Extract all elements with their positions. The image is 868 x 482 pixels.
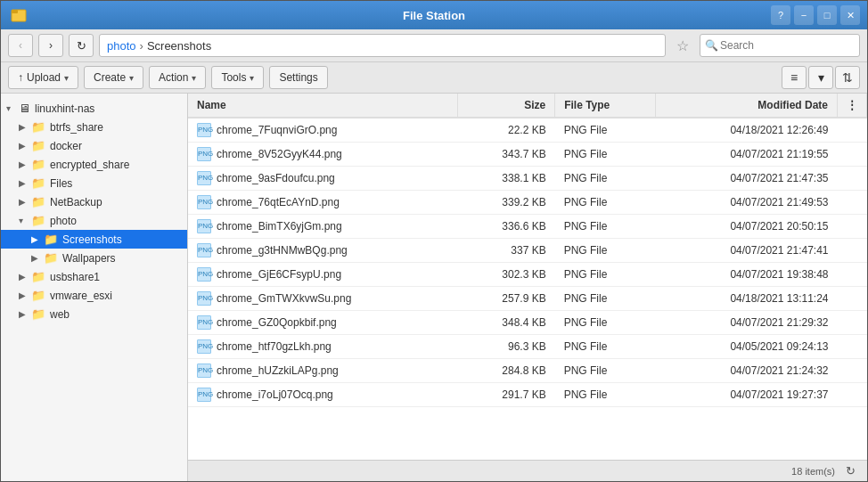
cell-name: PNG chrome_GmTWXkvwSu.png (188, 287, 458, 311)
sidebar-item-vmware_esxi[interactable]: ▶ 📁 vmware_esxi (1, 286, 187, 305)
file-icon: PNG (197, 243, 211, 257)
file-station-window: File Station ? − □ ✕ ‹ › ↻ photo › Scree… (0, 0, 868, 482)
files-label: Files (50, 177, 72, 190)
sidebar-item-web[interactable]: ▶ 📁 web (1, 305, 187, 323)
view-controls: ≡ ▾ ⇅ (782, 66, 860, 89)
sidebar-item-usbshare1[interactable]: ▶ 📁 usbshare1 (1, 267, 187, 286)
cell-extra (838, 191, 867, 215)
svg-rect-1 (12, 10, 18, 13)
cell-type: PNG File (555, 287, 656, 311)
cell-name: PNG chrome_76qtEcAYnD.png (188, 191, 458, 215)
view-options-button[interactable]: ▾ (808, 66, 833, 89)
create-dropdown-icon: ▾ (129, 73, 134, 83)
item-count: 18 item(s) (791, 466, 835, 477)
cell-size: 343.7 KB (458, 143, 555, 167)
sort-button[interactable]: ⇅ (835, 66, 860, 89)
table-row[interactable]: PNG chrome_GZ0Qopkbif.png 348.4 KB PNG F… (188, 311, 867, 335)
create-label: Create (94, 71, 126, 84)
table-header-row: Name Size File Type Modified Date ⋮ (188, 94, 867, 118)
close-button[interactable]: ✕ (840, 5, 860, 25)
upload-button[interactable]: ↑ Upload ▾ (8, 66, 78, 89)
sidebar-item-netbackup[interactable]: ▶ 📁 NetBackup (1, 192, 187, 211)
cell-type: PNG File (555, 311, 656, 335)
cell-extra (838, 263, 867, 287)
maximize-button[interactable]: □ (817, 5, 837, 25)
cell-name: PNG chrome_7FuqnviGrO.png (188, 118, 458, 143)
cell-size: 302.3 KB (458, 263, 555, 287)
path-part2: Screenshots (147, 39, 211, 53)
sidebar-item-encrypted_share[interactable]: ▶ 📁 encrypted_share (1, 155, 187, 174)
cell-size: 291.7 KB (458, 383, 555, 407)
create-button[interactable]: Create ▾ (84, 66, 143, 89)
table-row[interactable]: PNG chrome_GmTWXkvwSu.png 257.9 KB PNG F… (188, 287, 867, 311)
sidebar-item-photo[interactable]: ▾ 📁 photo (1, 211, 187, 230)
sidebar-item-docker[interactable]: ▶ 📁 docker (1, 136, 187, 155)
cell-modified: 04/07/2021 20:50:15 (656, 215, 838, 239)
statusbar-refresh-button[interactable]: ↻ (842, 463, 858, 479)
file-icon: PNG (197, 123, 211, 137)
sidebar-item-btrfs_share[interactable]: ▶ 📁 btrfs_share (1, 118, 187, 136)
cell-type: PNG File (555, 215, 656, 239)
file-name: chrome_g3tHNMwBQg.png (217, 244, 348, 257)
upload-dropdown-icon: ▾ (64, 73, 69, 83)
minimize-button[interactable]: − (794, 5, 814, 25)
list-view-icon: ≡ (790, 70, 798, 85)
table-row[interactable]: PNG chrome_76qtEcAYnD.png 339.2 KB PNG F… (188, 191, 867, 215)
back-button[interactable]: ‹ (8, 34, 33, 57)
vmware-folder-icon: 📁 (31, 289, 45, 302)
root-label: linuxhint-nas (35, 102, 94, 115)
netbackup-arrow: ▶ (19, 197, 31, 207)
column-size[interactable]: Size (458, 94, 555, 118)
column-name[interactable]: Name (188, 94, 458, 118)
usbshare-folder-icon: 📁 (31, 270, 45, 283)
path-part1[interactable]: photo (107, 39, 136, 53)
file-name: chrome_BimTX6yjGm.png (217, 220, 342, 233)
statusbar-refresh-icon: ↻ (846, 464, 856, 478)
star-icon: ☆ (676, 37, 689, 54)
table-row[interactable]: PNG chrome_BimTX6yjGm.png 336.6 KB PNG F… (188, 215, 867, 239)
vmware-arrow: ▶ (19, 290, 31, 300)
sidebar-item-wallpapers[interactable]: ▶ 📁 Wallpapers (1, 249, 187, 267)
titlebar: File Station ? − □ ✕ (1, 1, 867, 29)
sidebar-item-screenshots[interactable]: ▶ 📁 Screenshots (1, 230, 187, 249)
sidebar-item-files[interactable]: ▶ 📁 Files (1, 174, 187, 192)
table-row[interactable]: PNG chrome_8V52GyyK44.png 343.7 KB PNG F… (188, 143, 867, 167)
favorite-button[interactable]: ☆ (671, 34, 694, 57)
column-file-type[interactable]: File Type (555, 94, 656, 118)
cell-size: 338.1 KB (458, 167, 555, 191)
settings-button[interactable]: Settings (269, 66, 327, 89)
table-row[interactable]: PNG chrome_g3tHNMwBQg.png 337 KB PNG Fil… (188, 239, 867, 263)
column-extra: ⋮ (838, 94, 867, 118)
tools-dropdown-icon: ▾ (250, 73, 254, 83)
sidebar-item-root[interactable]: ▾ 🖥 linuxhint-nas (1, 99, 187, 118)
sort-icon: ⇅ (842, 70, 853, 85)
forward-button[interactable]: › (38, 34, 63, 57)
table-row[interactable]: PNG chrome_7FuqnviGrO.png 22.2 KB PNG Fi… (188, 118, 867, 143)
table-row[interactable]: PNG chrome_hUZzkiLAPg.png 284.8 KB PNG F… (188, 359, 867, 383)
list-view-button[interactable]: ≡ (782, 66, 807, 89)
cell-modified: 04/07/2021 21:29:32 (656, 311, 838, 335)
table-row[interactable]: PNG chrome_GjE6CFsypU.png 302.3 KB PNG F… (188, 263, 867, 287)
photo-folder-icon: 📁 (31, 214, 45, 227)
pin-button[interactable]: ? (771, 5, 790, 25)
path-bar: photo › Screenshots (99, 34, 666, 57)
cell-extra (838, 383, 867, 407)
action-label: Action (159, 71, 188, 84)
cell-modified: 04/07/2021 19:27:37 (656, 383, 838, 407)
table-row[interactable]: PNG chrome_i7oLj07Ocq.png 291.7 KB PNG F… (188, 383, 867, 407)
file-icon: PNG (197, 388, 211, 402)
refresh-button[interactable]: ↻ (69, 34, 94, 57)
column-modified-date[interactable]: Modified Date (656, 94, 838, 118)
file-icon: PNG (197, 339, 211, 354)
search-input[interactable] (700, 34, 860, 57)
cell-type: PNG File (555, 383, 656, 407)
cell-extra (838, 167, 867, 191)
cell-extra (838, 143, 867, 167)
action-button[interactable]: Action ▾ (149, 66, 206, 89)
tools-button[interactable]: Tools ▾ (211, 66, 264, 89)
cell-size: 284.8 KB (458, 359, 555, 383)
action-bar: ↑ Upload ▾ Create ▾ Action ▾ Tools ▾ Set… (1, 62, 867, 94)
table-row[interactable]: PNG chrome_htf70gzLkh.png 96.3 KB PNG Fi… (188, 335, 867, 359)
table-row[interactable]: PNG chrome_9asFdoufcu.png 338.1 KB PNG F… (188, 167, 867, 191)
screenshots-folder-icon: 📁 (44, 233, 58, 246)
